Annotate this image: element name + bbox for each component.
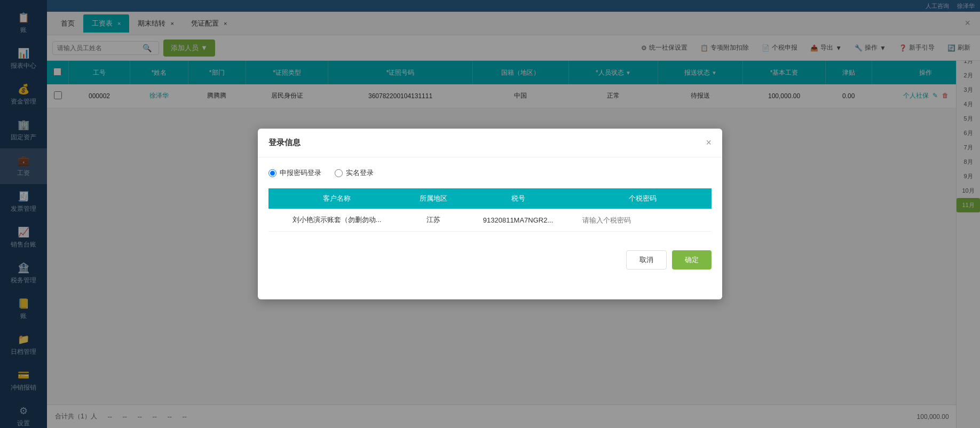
login-info-table: 客户名称 所属地区 税号 个税密码 刘小艳演示账套（勿删勿动... 江苏 913… [268,188,712,232]
inner-col-taxno: 税号 [462,188,574,209]
inner-row-password[interactable] [574,209,712,232]
tax-password-input[interactable] [582,216,704,224]
inner-col-name: 客户名称 [268,188,405,209]
confirm-button[interactable]: 确定 [672,250,712,270]
radio-realname-text: 实名登录 [346,168,374,178]
inner-row-name: 刘小艳演示账套（勿删勿动... [268,209,405,232]
inner-col-password: 个税密码 [574,188,712,209]
cancel-button[interactable]: 取消 [626,250,667,270]
dialog-close-button[interactable]: × [706,137,712,148]
radio-password[interactable] [268,169,276,177]
radio-realname-label[interactable]: 实名登录 [335,168,374,178]
dialog-footer: 取消 确定 [258,242,722,278]
radio-group: 申报密码登录 实名登录 [268,168,712,178]
inner-col-region: 所属地区 [405,188,462,209]
dialog-body: 申报密码登录 实名登录 客户名称 所属地区 税号 个税密码 [258,157,722,242]
dialog-overlay: 登录信息 × 申报密码登录 实名登录 客户名称 所属地区 [0,0,980,428]
radio-password-label[interactable]: 申报密码登录 [268,168,321,178]
inner-table-row: 刘小艳演示账套（勿删勿动... 江苏 91320811MA7NGR2... [268,209,712,232]
radio-password-text: 申报密码登录 [280,168,321,178]
dialog-header: 登录信息 × [258,129,722,157]
inner-row-taxno: 91320811MA7NGR2... [462,209,574,232]
radio-realname[interactable] [335,169,343,177]
inner-row-region: 江苏 [405,209,462,232]
login-dialog: 登录信息 × 申报密码登录 实名登录 客户名称 所属地区 [258,129,722,299]
dialog-title: 登录信息 [268,138,301,148]
